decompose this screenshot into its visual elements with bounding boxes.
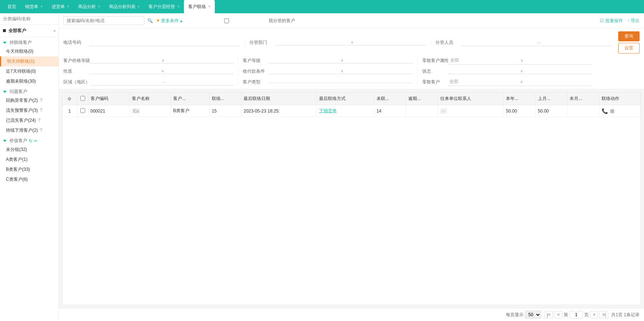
col-type-header: 客户... — [171, 93, 209, 105]
filter-phone-input[interactable] — [89, 39, 240, 46]
row-not-contacted: 14 — [374, 105, 406, 117]
col-overdue-header: 逾期... — [406, 93, 438, 105]
sidebar-item-churn-warning[interactable]: 流失预警客户(3) ? — [0, 106, 59, 115]
nav-home[interactable]: 首页 — [3, 0, 21, 13]
sidebar-item-repurchase-abnormal[interactable]: 回购异常客户(2) ? — [0, 96, 59, 106]
filter-nature-select[interactable]: ∨ — [89, 68, 234, 74]
nav-sales-order[interactable]: 销货单 × — [21, 0, 47, 13]
my-customers-checkbox-label[interactable]: 我分管的客户 — [186, 18, 295, 24]
filter-price-level-select[interactable]: ∨ — [90, 58, 234, 63]
nav-customer-stratification[interactable]: 客户分层经营 × — [144, 0, 184, 13]
phone-action-icon[interactable]: 📞 — [602, 108, 608, 114]
row-name: Ea — [129, 105, 171, 117]
filter-panel: 电话号码 分管部门 ∨ 分管人员 ··· — [59, 28, 644, 89]
filter-phone: 电话号码 — [63, 39, 240, 46]
sidebar-item-declining[interactable]: 持续下滑客户(2) ? — [0, 125, 59, 135]
close-icon[interactable]: × — [208, 0, 210, 13]
page-size-selector: 每页显示 50 — [506, 311, 541, 319]
select-all-checkbox[interactable] — [80, 96, 85, 101]
nav-product-analysis-list[interactable]: 商品分析列表 × — [105, 0, 144, 13]
filter-area: 区域（地区） ··· — [63, 79, 234, 86]
export-button[interactable]: ↑ 导出 — [627, 18, 640, 24]
close-icon[interactable]: × — [98, 0, 100, 13]
chevron-down-icon: ∨ — [521, 58, 591, 62]
col-this-month-header: 本月... — [567, 93, 599, 105]
row-last-date: 2023-05-23 18:25: — [241, 105, 316, 117]
chevron-down-icon: ∨ — [162, 58, 232, 62]
col-settings-header[interactable]: ⚙ — [62, 93, 77, 105]
close-icon[interactable]: × — [67, 0, 69, 13]
filter-retail-customer-select[interactable]: 全部 ∨ — [448, 78, 592, 86]
sidebar-item-today[interactable]: 今天待联络(0) — [0, 46, 59, 56]
sidebar-item-unclassified[interactable]: 未分组(32) — [0, 145, 59, 155]
more-filter-button[interactable]: ▼ 更多条件 ▲ — [156, 18, 183, 24]
sidebar-item-class-c[interactable]: C类客户(6) — [0, 175, 59, 184]
filter-status: 状态 ∨ — [422, 68, 592, 75]
filter-retail-customer: 零散客户 全部 ∨ — [422, 78, 592, 86]
sidebar-item-overdue[interactable]: 逾期未联络(30) — [0, 76, 59, 86]
table-header-row: ⚙ 客户编码 客户名称 客户... 联络... — [62, 93, 641, 105]
filter-status-select[interactable]: ∨ — [448, 68, 592, 74]
main-layout: 🔍 全部客户 « 待联络客户 今天待联络(0) 明天待联络(1) 近7天待联络(… — [0, 13, 644, 321]
filter-payment: 收付款条件 ∨ — [243, 68, 413, 75]
my-customers-checkbox[interactable] — [186, 18, 267, 23]
set-button[interactable]: 设置 — [618, 43, 640, 54]
row-this-year: 50.00 — [504, 105, 535, 117]
row-last-month: 50.00 — [535, 105, 567, 117]
sidebar-item-class-a[interactable]: A类客户(1) — [0, 155, 59, 165]
page-label: 第 — [564, 312, 568, 318]
sidebar-item-tomorrow[interactable]: 明天待联络(1) — [0, 56, 59, 66]
close-icon[interactable]: × — [138, 0, 140, 13]
close-icon[interactable]: × — [177, 0, 179, 13]
first-page-button[interactable]: |< — [544, 311, 553, 318]
grid-action-icon[interactable]: ⊞ — [610, 108, 615, 114]
filter-nature: 性质 ∨ — [63, 68, 234, 75]
nav-customer-contact[interactable]: 客户联络 × — [184, 0, 215, 13]
chevron-down-icon: ∨ — [351, 40, 425, 44]
total-records: 共1页 1条记录 — [611, 312, 640, 318]
filter-person-select[interactable]: ··· — [461, 39, 612, 46]
sidebar-item-class-b[interactable]: B类客户(33) — [0, 165, 59, 175]
table-footer: 每页显示 50 |< < 第 页 > >| 共1页 1条记录 — [59, 308, 644, 321]
col-last-date-header: 最后联络日期 — [241, 93, 316, 105]
sidebar-item-7days[interactable]: 近7天待联络(0) — [0, 66, 59, 76]
action-buttons: 查询 设置 — [618, 31, 640, 54]
filter-retail-attr-select[interactable]: 全部 ∨ — [449, 56, 592, 65]
row-action: 📞 ⊞ — [599, 105, 640, 117]
chevron-down-icon: ∨ — [341, 69, 412, 73]
sidebar-all-customers[interactable]: 全部客户 « — [0, 25, 59, 37]
sidebar-item-churned[interactable]: 已流失客户(24) ? — [0, 115, 59, 125]
row-checkbox — [77, 105, 88, 117]
sidebar-search-input[interactable] — [3, 16, 58, 21]
query-button[interactable]: 查询 — [618, 31, 640, 41]
row-type: B类客户 — [171, 105, 209, 117]
collapse-icon: « — [53, 29, 56, 33]
search-input[interactable] — [63, 16, 144, 25]
row-contact: 15 — [209, 105, 241, 117]
filter-area-select[interactable]: ··· — [90, 79, 234, 86]
sidebar-group-pending: 待联络客户 — [0, 37, 59, 46]
filter-row-1: 电话号码 分管部门 ∨ 分管人员 ··· — [63, 31, 640, 54]
filter-dept-select[interactable]: ∨ — [275, 39, 426, 45]
filter-customer-type-select[interactable] — [269, 81, 413, 83]
col-check-header — [77, 93, 88, 105]
prev-page-button[interactable]: < — [554, 311, 562, 318]
batch-operation-button[interactable]: ☑ 批量操作 — [600, 18, 623, 24]
per-page-select[interactable]: 50 — [525, 311, 541, 319]
row-unit-contact: ··· — [438, 105, 503, 117]
close-icon[interactable]: × — [41, 0, 43, 13]
col-not-contacted-header: 未联... — [374, 93, 406, 105]
search-submit-icon[interactable]: 🔍 — [147, 18, 153, 23]
last-page-button[interactable]: >| — [599, 311, 608, 318]
row-select-checkbox[interactable] — [80, 108, 85, 113]
nav-product-analysis[interactable]: 商品分析 × — [74, 0, 105, 13]
filter-customer-level: 客户等级 ∨ — [243, 58, 413, 64]
filter-customer-level-select[interactable]: ∨ — [269, 58, 413, 63]
filter-payment-select[interactable]: ∨ — [269, 68, 413, 74]
page-number-input[interactable] — [570, 311, 583, 318]
next-page-button[interactable]: > — [590, 311, 598, 318]
col-code-header: 客户编码 — [88, 93, 129, 105]
ellipsis-icon: ··· — [537, 40, 611, 45]
chevron-down-icon: ∨ — [520, 69, 591, 73]
nav-purchase-order[interactable]: 进货单 × — [47, 0, 74, 13]
